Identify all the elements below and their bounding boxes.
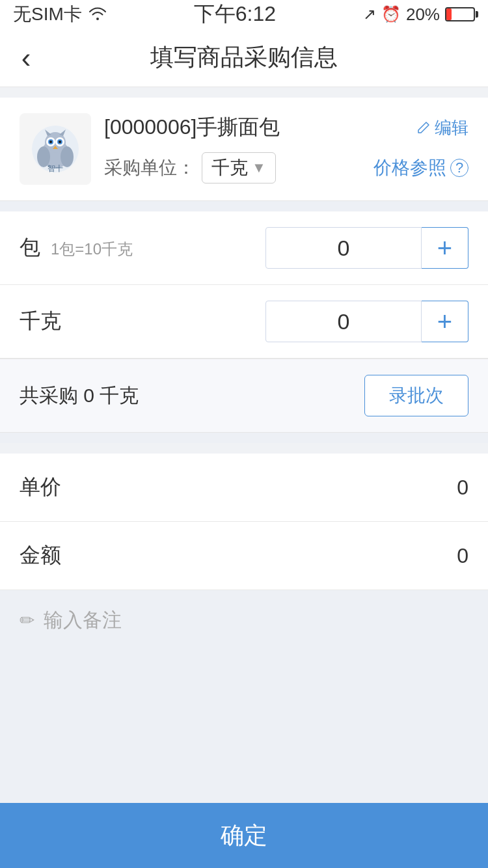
chevron-down-icon: ▼ bbox=[252, 159, 266, 176]
status-bar: 无SIM卡 下午6:12 ↗ ⏰ 20% bbox=[0, 0, 488, 29]
quantity-section: 包 1包=10千克 0 + 千克 0 + bbox=[0, 211, 488, 359]
amount-label: 金额 bbox=[20, 541, 61, 570]
kg-input-control: 0 + bbox=[265, 301, 468, 342]
help-icon: ? bbox=[450, 159, 468, 177]
alarm-icon: ⏰ bbox=[381, 5, 401, 23]
pack-input-control: 0 + bbox=[265, 227, 468, 269]
price-label: 单价 bbox=[20, 473, 61, 502]
unit-row: 采购单位： 千克 ▼ 价格参照 ? bbox=[104, 152, 468, 183]
svg-point-10 bbox=[59, 141, 61, 143]
back-button[interactable]: ‹ bbox=[0, 29, 52, 87]
unit-value: 千克 bbox=[211, 156, 248, 180]
kg-input-row: 千克 0 + bbox=[0, 285, 488, 359]
price-ref-label: 价格参照 bbox=[373, 156, 446, 180]
nav-bar: ‹ 填写商品采购信息 bbox=[0, 29, 488, 87]
section-divider-1 bbox=[0, 201, 488, 211]
unit-label: 采购单位： bbox=[104, 156, 195, 180]
pack-quantity-input[interactable]: 0 bbox=[265, 227, 422, 269]
pack-input-row: 包 1包=10千克 0 + bbox=[0, 211, 488, 285]
product-card: 智十 [0000006]手撕面包 编辑 采购单位： 千克 ▼ 价格参照 bbox=[0, 98, 488, 201]
price-value: 0 bbox=[457, 476, 468, 500]
status-left: 无SIM卡 bbox=[13, 2, 107, 27]
product-name-row: [0000006]手撕面包 编辑 bbox=[104, 113, 468, 142]
kg-quantity-input[interactable]: 0 bbox=[265, 301, 422, 342]
record-batch-button[interactable]: 录批次 bbox=[364, 375, 468, 416]
edit-button[interactable]: 编辑 bbox=[416, 116, 468, 139]
confirm-button[interactable]: 确定 bbox=[0, 803, 488, 868]
edit-icon bbox=[416, 120, 431, 135]
carrier-label: 无SIM卡 bbox=[13, 2, 82, 27]
battery-icon bbox=[445, 7, 475, 21]
product-logo: 智十 bbox=[29, 123, 81, 175]
pack-sub-label: 1包=10千克 bbox=[51, 239, 133, 260]
amount-row: 金额 0 bbox=[0, 522, 488, 590]
summary-text: 共采购 0 千克 bbox=[20, 383, 139, 409]
unit-select[interactable]: 千克 ▼ bbox=[202, 152, 276, 183]
product-full-name: [0000006]手撕面包 bbox=[104, 113, 280, 142]
price-ref-button[interactable]: 价格参照 ? bbox=[373, 156, 468, 180]
pack-label: 包 bbox=[20, 234, 40, 262]
pricing-section: 单价 0 金额 0 bbox=[0, 454, 488, 590]
location-icon: ↗ bbox=[363, 5, 376, 23]
amount-value: 0 bbox=[457, 544, 468, 568]
svg-text:智十: 智十 bbox=[47, 164, 63, 173]
notes-area[interactable]: ✏ 输入备注 bbox=[0, 590, 488, 651]
kg-label: 千克 bbox=[20, 307, 61, 336]
status-time: 下午6:12 bbox=[194, 0, 276, 29]
kg-plus-button[interactable]: + bbox=[422, 301, 468, 342]
wifi-icon bbox=[88, 4, 107, 25]
svg-point-9 bbox=[49, 141, 52, 143]
section-divider-2 bbox=[0, 433, 488, 443]
pencil-icon: ✏ bbox=[20, 610, 34, 631]
product-info: [0000006]手撕面包 编辑 采购单位： 千克 ▼ 价格参照 ? bbox=[104, 113, 468, 183]
page-title: 填写商品采购信息 bbox=[150, 42, 338, 74]
status-right: ↗ ⏰ 20% bbox=[363, 5, 475, 25]
battery-percentage: 20% bbox=[406, 5, 440, 25]
notes-placeholder: 输入备注 bbox=[44, 607, 122, 634]
pack-plus-button[interactable]: + bbox=[422, 227, 468, 269]
product-thumbnail: 智十 bbox=[20, 113, 91, 185]
price-row: 单价 0 bbox=[0, 454, 488, 522]
summary-row: 共采购 0 千克 录批次 bbox=[0, 359, 488, 433]
